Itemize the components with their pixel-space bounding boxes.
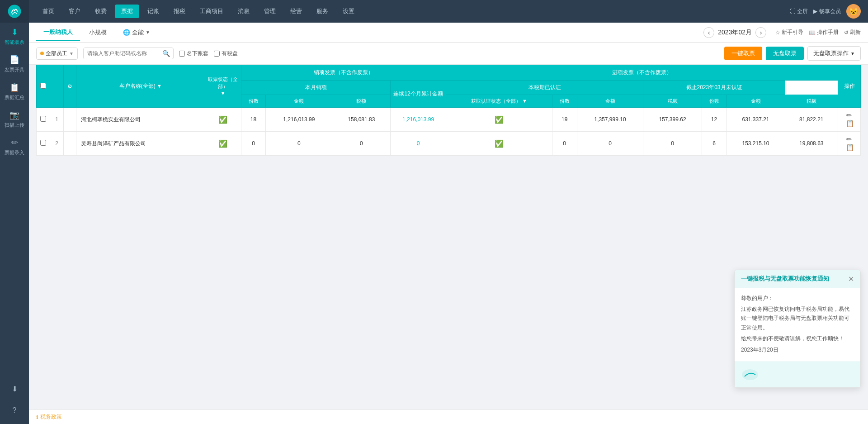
notification-graphic [741, 366, 759, 384]
nav-service[interactable]: 服务 [310, 5, 335, 18]
th-unverified-tax: 税额 [785, 95, 838, 108]
nav-settings[interactable]: 设置 [336, 5, 361, 18]
refresh-btn[interactable]: ↺ 刷新 [844, 29, 861, 36]
tax-policy-link[interactable]: ℹ 税务政策 [36, 413, 62, 421]
cumulative-link-0[interactable]: 1,216,013.99 [402, 116, 434, 123]
one-key-fetch-btn[interactable]: 一键取票 [724, 47, 762, 60]
user-avatar[interactable]: 🐱 [846, 4, 861, 19]
nav-business[interactable]: 工商项目 [193, 5, 230, 18]
no-disk-ops-btn[interactable]: 无盘取票操作 ▼ [807, 46, 861, 61]
row-copy-icon-0[interactable]: 📋 [846, 119, 854, 127]
sidebar-item-data-entry[interactable]: ✏ 票据录入 [0, 133, 29, 161]
fetch-status-filter-icon[interactable]: ▼ [221, 91, 226, 96]
row-edit-icon-1[interactable]: ✏ [846, 135, 852, 143]
nav-billing[interactable]: 收费 [89, 5, 113, 18]
th-purchase-status: 获取认证状态（全部） ▼ [446, 95, 552, 108]
nav-tax[interactable]: 报税 [167, 5, 192, 18]
member-btn[interactable]: ▶ 畅享会员 [813, 8, 841, 15]
tab-all-chevron[interactable]: ▼ [146, 30, 150, 35]
no-disk-fetch-btn[interactable]: 无盘取票 [766, 47, 804, 60]
row-checkbox-0[interactable] [37, 108, 50, 132]
book-icon: 📖 [809, 29, 816, 36]
nav-management[interactable]: 管理 [258, 5, 282, 18]
employee-chevron: ▼ [69, 51, 74, 56]
sidebar-help-btn[interactable]: ? [5, 401, 24, 419]
th-sales-count: 份数 [241, 95, 266, 108]
nav-message[interactable]: 消息 [231, 5, 256, 18]
row-unverified-count-0: 12 [702, 108, 726, 132]
th-unverified-count: 份数 [702, 95, 726, 108]
sub-account-input[interactable] [179, 51, 185, 57]
row-fetch-status-1: ✅ [205, 132, 241, 156]
sidebar-item-smart-fetch[interactable]: ⬇ 智能取票 [0, 23, 29, 50]
nav-bookkeeping[interactable]: 记账 [141, 5, 165, 18]
manual-btn[interactable]: 📖 操作手册 [809, 29, 839, 36]
th-purchase-period: 本税期已认证 [446, 81, 643, 95]
sidebar: ⬇ 智能取票 📄 发票开具 📋 票据汇总 📷 扫描上传 ✏ 票据录入 ⬇ ? [0, 0, 29, 424]
row-unverified-amount-0: 631,337.21 [726, 108, 785, 132]
th-gear: ⚙ [64, 65, 76, 108]
table-row: 2 灵寿县尚泽矿产品有限公司 ✅ 0 0 0 0 ✅ 0 0 0 6 153,2… [37, 132, 861, 156]
nav-operation[interactable]: 经营 [284, 5, 308, 18]
sidebar-download-btn[interactable]: ⬇ [5, 380, 24, 398]
top-navigation: 首页 客户 收费 票据 记账 报税 工商项目 消息 管理 经营 服务 设置 ⛶ … [29, 0, 868, 23]
month-display: 2023年02月 [718, 29, 752, 37]
globe-icon: 🌐 [123, 29, 130, 36]
nav-invoice[interactable]: 票据 [115, 5, 139, 18]
row-purchase-tax-0: 157,399.62 [643, 108, 702, 132]
has-disk-input[interactable] [214, 51, 220, 57]
row-unverified-tax-0: 81,822.21 [785, 108, 838, 132]
tab-general[interactable]: 一般纳税人 [36, 24, 80, 41]
fullscreen-btn[interactable]: ⛶ 全屏 [790, 8, 808, 15]
customer-filter-icon[interactable]: ▼ [157, 83, 162, 89]
sidebar-item-invoice-summary[interactable]: 📋 票据汇总 [0, 78, 29, 105]
row-checkbox-1[interactable] [37, 132, 50, 156]
row-edit-icon-0[interactable]: ✏ [846, 111, 852, 119]
sub-account-checkbox[interactable]: 名下账套 [179, 50, 208, 57]
purchase-status-icon-0: ✅ [495, 116, 504, 124]
guide-icon: ☆ [775, 29, 780, 36]
purchase-status-filter-icon[interactable]: ▼ [522, 98, 527, 104]
document-icon: 📄 [9, 55, 19, 65]
tab-small[interactable]: 小规模 [82, 25, 114, 40]
notification-body: 尊敬的用户： 江苏政务网已恢复访问电子税务局功能，易代账一键登陆电子税务局与无盘… [735, 288, 860, 362]
row-copy-icon-1[interactable]: 📋 [846, 143, 854, 151]
new-guide-btn[interactable]: ☆ 新手引导 [775, 29, 803, 36]
row-sales-amount-1: 0 [266, 132, 332, 156]
search-input[interactable] [84, 48, 159, 59]
nav-customer[interactable]: 客户 [62, 5, 87, 18]
tab-all[interactable]: 🌐 全能 ▼ [116, 25, 157, 40]
row-sales-tax-1: 0 [332, 132, 391, 156]
download-icon: ⬇ [11, 27, 18, 37]
row-sales-amount-0: 1,216,013.99 [266, 108, 332, 132]
notification-close-btn[interactable]: ✕ [848, 275, 854, 283]
search-button[interactable]: 🔍 [159, 48, 174, 59]
refresh-icon: ↺ [844, 29, 849, 36]
topnav-right: ⛶ 全屏 ▶ 畅享会员 🐱 [790, 4, 861, 19]
prev-month-btn[interactable]: ‹ [703, 27, 714, 38]
row-purchase-count-0: 19 [552, 108, 577, 132]
nav-home[interactable]: 首页 [36, 5, 61, 18]
member-icon: ▶ [813, 8, 817, 14]
row-gear-0 [64, 108, 76, 132]
row-sales-count-0: 18 [241, 108, 266, 132]
fetch-status-icon-0: ✅ [218, 116, 227, 124]
next-month-btn[interactable]: › [755, 27, 766, 38]
cumulative-link-1[interactable]: 0 [417, 140, 420, 147]
has-disk-checkbox[interactable]: 有税盘 [214, 50, 238, 57]
th-checkbox [37, 65, 50, 108]
sidebar-item-issue-invoice[interactable]: 📄 发票开具 [0, 50, 29, 78]
status-bar: ℹ 税务政策 [29, 410, 868, 424]
th-sales-month: 本月销项 [241, 81, 391, 95]
sidebar-item-scan-upload[interactable]: 📷 扫描上传 [0, 105, 29, 133]
row-purchase-status-0: ✅ [446, 108, 552, 132]
gear-icon[interactable]: ⚙ [67, 83, 72, 90]
fullscreen-icon: ⛶ [790, 8, 795, 14]
filter-bar: 全部员工 ▼ 🔍 名下账套 有税盘 一键取票 无盘取票 无盘取票操作 ▼ [29, 43, 868, 65]
th-purchase-unverified: 截止2023年03月未认证 [643, 81, 785, 95]
purchase-status-icon-1: ✅ [495, 140, 504, 148]
employee-select[interactable]: 全部员工 ▼ [36, 48, 78, 60]
th-cumulative: 连续12个月累计金额 [391, 81, 446, 108]
select-all-checkbox[interactable] [40, 83, 46, 89]
th-sales-amount: 金额 [266, 95, 332, 108]
